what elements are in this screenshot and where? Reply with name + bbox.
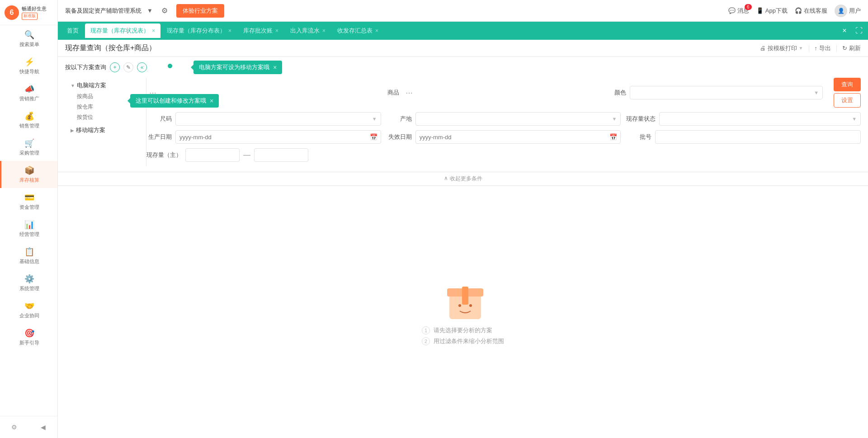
back-scheme-btn[interactable]: « — [137, 62, 147, 72]
stock-min-input[interactable] — [185, 148, 240, 162]
filter-label: 按以下方案查询 — [65, 63, 106, 71]
size-label: 尺码 — [146, 115, 172, 123]
tab-home[interactable]: 首页 — [61, 27, 84, 35]
stock-status-select[interactable]: ▼ — [659, 112, 861, 126]
user-btn[interactable]: 👤 用户 — [835, 5, 861, 17]
dropdown-arrow-icon: ▼ — [147, 7, 153, 14]
fullscreen-btn[interactable]: ⛶ — [854, 25, 864, 36]
refresh-btn[interactable]: ↻ 刷新 — [842, 44, 861, 52]
sidebar-item-search-menu[interactable]: 🔍 搜索菜单 — [0, 25, 57, 52]
tab-close-icon[interactable]: × — [322, 28, 326, 34]
online-service-label: 在线客服 — [804, 7, 827, 15]
arrow-icon: ▼ — [71, 83, 75, 88]
logo-text: 畅通好生意 标准版 — [22, 5, 47, 20]
sidebar-item-enterprise[interactable]: 🤝 企业协同 — [0, 297, 57, 324]
filter-header: 按以下方案查询 + ✎ « — [65, 62, 861, 72]
app-download-btn[interactable]: 📱 App下载 — [756, 7, 788, 15]
stock-max-input[interactable] — [254, 148, 308, 162]
tab-inventory-status[interactable]: 现存量（库存状况表） × — [85, 24, 160, 38]
message-btn[interactable]: 💬 消息 6 — [728, 7, 749, 15]
sidebar-item-guide[interactable]: 🎯 新手引导 — [0, 324, 57, 351]
sidebar-item-operations[interactable]: 📊 经营管理 — [0, 215, 57, 242]
export-label: 导出 — [819, 44, 831, 52]
prod-date-calendar-icon[interactable]: 📅 — [370, 133, 377, 141]
header-settings-btn[interactable]: ⚙ — [158, 5, 171, 17]
sidebar-item-finance[interactable]: 💳 资金管理 — [0, 188, 57, 215]
sidebar: 6 畅通好生意 标准版 🔍 搜索菜单 ⚡ 快捷导航 📣 营销推广 💰 销售管理 … — [0, 0, 58, 438]
batch-input[interactable] — [655, 130, 861, 144]
size-select[interactable]: ▼ — [175, 112, 381, 126]
tab-inout-flow[interactable]: 出入库流水 × — [285, 24, 331, 38]
online-service-btn[interactable]: 🎧 在线客服 — [795, 7, 827, 15]
desktop-scheme-toggle[interactable]: ▼ 电脑端方案 — [71, 80, 146, 91]
sidebar-item-quick-nav[interactable]: ⚡ 快捷导航 — [0, 52, 57, 80]
tab-label: 库存批次账 — [243, 27, 273, 35]
scheme-tooltip: 电脑方案可设为移动方案哦 × — [193, 61, 282, 74]
sidebar-item-label: 采购管理 — [19, 150, 39, 156]
sidebar-item-label: 搜索菜单 — [19, 41, 39, 48]
sidebar-item-purchase[interactable]: 🛒 采购管理 — [0, 134, 57, 161]
empty-svg — [440, 278, 490, 321]
close-all-tabs-btn[interactable]: × — [839, 25, 850, 36]
edit-tooltip-close-btn[interactable]: × — [210, 97, 213, 104]
expire-date-input[interactable] — [415, 130, 621, 144]
settings-filter-btn[interactable]: 设置 — [834, 93, 861, 108]
app-download-label: App下载 — [765, 7, 788, 15]
empty-step-2: 2 用过滤条件来缩小分析范围 — [422, 337, 504, 345]
color-select[interactable]: ▼ — [630, 86, 823, 99]
add-scheme-btn[interactable]: + — [110, 62, 120, 72]
print-btn[interactable]: 🖨 按模板打印 ▼ — [760, 44, 803, 52]
industry-btn[interactable]: 体验行业方案 — [176, 4, 224, 18]
svg-point-3 — [458, 304, 461, 307]
quick-nav-icon: ⚡ — [24, 57, 34, 67]
scheme-item-by-location[interactable]: 按货位 — [71, 112, 146, 122]
header-left: 装备及固定资产辅助管理系统 ▼ ⚙ 体验行业方案 — [65, 4, 224, 18]
export-btn[interactable]: ↑ 导出 — [815, 44, 831, 52]
sidebar-item-sales[interactable]: 💰 销售管理 — [0, 107, 57, 134]
message-badge: 6 — [745, 4, 752, 10]
top-header: 装备及固定资产辅助管理系统 ▼ ⚙ 体验行业方案 💬 消息 6 📱 App下载 … — [58, 0, 868, 22]
divider — [836, 45, 837, 52]
mobile-scheme-toggle[interactable]: ▶ 移动端方案 — [71, 124, 146, 136]
product-more-btn[interactable]: ⋯ — [403, 86, 415, 99]
filter-body: ▼ 电脑端方案 按商品 按仓库 按货位 ▶ 移动端方案 — [65, 78, 861, 166]
svg-point-4 — [469, 304, 472, 307]
color-select-arrow: ▼ — [814, 90, 819, 95]
prod-date-input[interactable] — [175, 130, 381, 144]
filter-field-size: 尺码 ▼ — [146, 112, 381, 126]
page-title: 现存量查询（按仓库+商品） — [65, 43, 156, 53]
system-dropdown[interactable]: ▼ — [147, 7, 153, 14]
sidebar-item-basic-info[interactable]: 📋 基础信息 — [0, 242, 57, 269]
size-select-arrow: ▼ — [372, 116, 377, 122]
step-1-label: 请先选择要分析的方案 — [434, 326, 492, 334]
export-icon: ↑ — [815, 45, 818, 52]
tab-inventory-dist[interactable]: 现存量（库存分布表） × — [161, 24, 237, 38]
expire-date-calendar-icon[interactable]: 📅 — [609, 133, 617, 141]
sidebar-item-inventory[interactable]: 📦 库存核算 — [0, 161, 57, 188]
collapse-sidebar-btn[interactable]: ◀ — [37, 421, 49, 433]
tab-close-icon[interactable]: × — [228, 28, 231, 34]
sidebar-item-label: 企业协同 — [19, 312, 39, 319]
search-btn[interactable]: 查询 — [834, 78, 861, 91]
tab-bar: 首页 现存量（库存状况表） × 现存量（库存分布表） × 库存批次账 × 出入库… — [58, 22, 868, 40]
filter-field-origin: 产地 ▼ — [387, 112, 621, 126]
sidebar-item-system[interactable]: ⚙️ 系统管理 — [0, 269, 57, 297]
origin-select-arrow: ▼ — [612, 116, 617, 122]
sidebar-item-label: 营销推广 — [19, 95, 39, 102]
filter-field-batch: 批号 — [626, 130, 861, 144]
collapse-bar[interactable]: ∧ 收起更多条件 — [58, 172, 868, 186]
tab-close-icon[interactable]: × — [152, 28, 155, 34]
filter-field-stock-main: 现存量（主） — — [146, 148, 861, 162]
sidebar-item-label: 资金管理 — [19, 204, 39, 211]
connector-dot — [168, 64, 172, 68]
settings-footer-btn[interactable]: ⚙ — [8, 421, 21, 433]
edit-scheme-btn[interactable]: ✎ — [123, 62, 133, 72]
prod-date-wrapper: 📅 — [175, 130, 381, 144]
tab-close-icon[interactable]: × — [275, 28, 278, 34]
tab-batch-ledger[interactable]: 库存批次账 × — [238, 24, 284, 38]
origin-select[interactable]: ▼ — [415, 112, 621, 126]
scheme-tooltip-close-btn[interactable]: × — [273, 64, 277, 71]
sidebar-item-marketing[interactable]: 📣 营销推广 — [0, 80, 57, 107]
tab-receipt-summary[interactable]: 收发存汇总表 × — [332, 24, 384, 38]
tab-close-icon[interactable]: × — [375, 28, 378, 34]
